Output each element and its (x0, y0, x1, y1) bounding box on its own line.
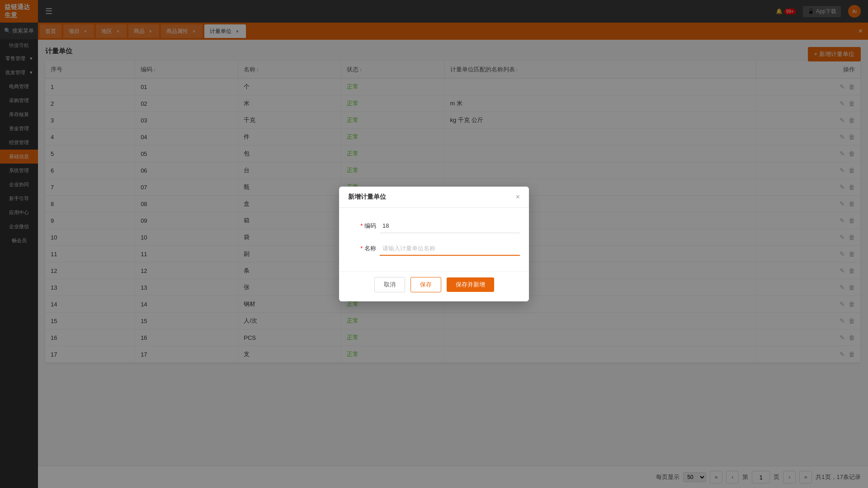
modal-body: 编码 名称 (339, 208, 529, 271)
name-label: 名称 (348, 244, 380, 253)
save-and-new-button[interactable]: 保存并新增 (447, 277, 494, 292)
modal-close-button[interactable]: × (516, 193, 520, 201)
code-form-row: 编码 (348, 219, 520, 233)
modal-title: 新增计量单位 (348, 193, 386, 201)
modal-footer: 取消 保存 保存并新增 (339, 271, 529, 301)
modal-overlay[interactable]: 新增计量单位 × 编码 名称 取消 保存 保存并新增 (0, 0, 868, 488)
code-input[interactable] (380, 219, 520, 233)
code-label: 编码 (348, 222, 380, 230)
name-input[interactable] (380, 241, 520, 256)
cancel-button[interactable]: 取消 (374, 277, 405, 292)
save-button[interactable]: 保存 (410, 277, 441, 292)
add-unit-modal: 新增计量单位 × 编码 名称 取消 保存 保存并新增 (339, 187, 529, 301)
modal-header: 新增计量单位 × (339, 187, 529, 208)
name-form-row: 名称 (348, 241, 520, 256)
